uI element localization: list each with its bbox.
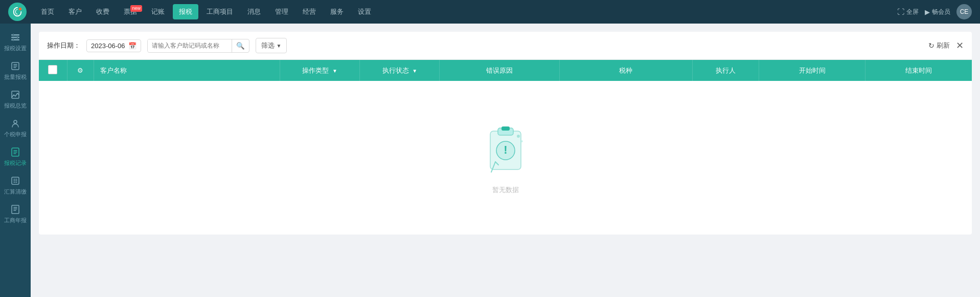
sidebar-item-personal-tax[interactable]: 个税申报 (0, 114, 31, 142)
sidebar-item-tax-settings[interactable]: 报税设置 (0, 28, 31, 56)
exec-status-label: 执行状态 (382, 67, 409, 74)
nav-invoice[interactable]: 票据 new (118, 4, 143, 19)
svg-point-6 (13, 39, 14, 40)
th-start-time: 开始时间 (759, 60, 865, 81)
record-icon (10, 146, 21, 158)
data-table: ⚙ 客户名称 操作类型 ▼ 执行状态 ▼ 错误原因 税种 执行 (39, 60, 972, 81)
close-button[interactable]: ✕ (956, 40, 964, 51)
search-box: 🔍 (147, 39, 249, 53)
fullscreen-button[interactable]: ⛶ 全屏 (897, 8, 919, 16)
th-checkbox (39, 60, 67, 81)
table-header-row: ⚙ 客户名称 操作类型 ▼ 执行状态 ▼ 错误原因 税种 执行 (39, 60, 972, 81)
refresh-icon: ↻ (928, 41, 935, 50)
calendar-icon: 📅 (128, 42, 136, 50)
th-exec-status[interactable]: 执行状态 ▼ (360, 60, 440, 81)
svg-rect-8 (12, 91, 19, 98)
fullscreen-icon: ⛶ (897, 8, 904, 16)
th-settings[interactable]: ⚙ (67, 60, 94, 81)
content-panel: 操作日期： 2023-06-06 📅 🔍 筛选 ▼ ↻ 刷新 ✕ (39, 32, 972, 235)
sidebar-label-settlement: 汇算清缴 (4, 188, 27, 196)
svg-rect-11 (12, 177, 19, 184)
user-avatar[interactable]: CE (956, 4, 972, 19)
sidebar-label-annual-report: 工商年报 (4, 217, 27, 224)
select-all-checkbox[interactable] (48, 65, 57, 74)
svg-point-0 (19, 8, 22, 11)
date-value: 2023-06-06 (91, 42, 125, 50)
nav-right-area: ⛶ 全屏 ▶ 畅会员 CE (897, 4, 972, 19)
chevron-down-icon: ▼ (277, 43, 282, 49)
toolbar: 操作日期： 2023-06-06 📅 🔍 筛选 ▼ ↻ 刷新 ✕ (39, 32, 972, 60)
nav-tax[interactable]: 报税 (173, 4, 198, 19)
svg-point-5 (17, 37, 18, 38)
empty-state: ! 暂无数据 (39, 81, 972, 235)
sidebar-label-batch-tax: 批量报税 (4, 73, 27, 81)
exec-status-filter-icon[interactable]: ▼ (412, 68, 417, 74)
filter-button[interactable]: 筛选 ▼ (256, 38, 287, 53)
report-icon (10, 204, 21, 215)
th-client-name: 客户名称 (94, 60, 280, 81)
nav-biz[interactable]: 工商项目 (200, 4, 239, 19)
toolbar-right: ↻ 刷新 ✕ (928, 40, 964, 51)
sidebar-item-batch-tax[interactable]: 批量报税 (0, 56, 31, 85)
filter-label: 筛选 (261, 41, 275, 50)
th-executor: 执行人 (692, 60, 759, 81)
nav-bookkeeping[interactable]: 记账 (145, 4, 171, 19)
svg-text:!: ! (504, 143, 507, 156)
th-end-time: 结束时间 (865, 60, 972, 81)
op-type-label: 操作类型 (302, 67, 329, 74)
settings-icon (10, 32, 21, 43)
column-settings-icon: ⚙ (77, 67, 83, 74)
nav-message[interactable]: 消息 (241, 4, 267, 19)
search-button[interactable]: 🔍 (232, 39, 249, 52)
date-label: 操作日期： (47, 41, 80, 50)
sidebar-label-tax-summary: 报税总览 (4, 102, 27, 110)
refresh-button[interactable]: ↻ 刷新 (928, 41, 950, 50)
sidebar-label-personal-tax: 个税申报 (4, 131, 27, 138)
video-icon: ▶ (925, 8, 930, 16)
nav-client[interactable]: 客户 (62, 4, 88, 19)
svg-point-4 (13, 34, 14, 36)
sidebar-label-tax-settings: 报税设置 (4, 45, 27, 52)
sidebar-label-tax-records: 报税记录 (4, 159, 27, 167)
nav-settings[interactable]: 设置 (352, 4, 377, 19)
main-content: 操作日期： 2023-06-06 📅 🔍 筛选 ▼ ↻ 刷新 ✕ (31, 24, 980, 297)
sidebar: 报税设置 批量报税 报税总览 个税申报 (0, 24, 31, 297)
svg-point-9 (14, 120, 17, 123)
svg-point-21 (521, 140, 523, 142)
nav-finance[interactable]: 经营 (297, 4, 322, 19)
vip-button[interactable]: ▶ 畅会员 (925, 8, 950, 16)
nav-billing[interactable]: 收费 (90, 4, 116, 19)
calc-icon (10, 175, 21, 186)
refresh-label: 刷新 (937, 41, 950, 50)
svg-rect-15 (502, 126, 510, 131)
th-op-type[interactable]: 操作类型 ▼ (280, 60, 360, 81)
th-tax-type: 税种 (559, 60, 692, 81)
th-error-reason: 错误原因 (440, 60, 559, 81)
svg-rect-12 (12, 205, 19, 214)
sidebar-item-tax-records[interactable]: 报税记录 (0, 142, 31, 171)
person-icon (10, 118, 21, 129)
nav-home[interactable]: 首页 (35, 4, 60, 19)
summary-icon (10, 89, 21, 100)
empty-text: 暂无数据 (492, 185, 519, 195)
table-scroll-area[interactable]: ⚙ 客户名称 操作类型 ▼ 执行状态 ▼ 错误原因 税种 执行 (39, 60, 972, 235)
search-icon: 🔍 (236, 42, 245, 50)
sidebar-item-annual-report[interactable]: 工商年报 (0, 200, 31, 228)
sidebar-item-tax-summary[interactable]: 报税总览 (0, 85, 31, 114)
empty-illustration: ! (480, 121, 531, 177)
nav-manage[interactable]: 管理 (269, 4, 294, 19)
search-input[interactable] (148, 39, 232, 52)
nav-service[interactable]: 服务 (324, 4, 350, 19)
top-navigation: 首页 客户 收费 票据 new 记账 报税 工商项目 消息 管理 经营 服务 设… (0, 0, 980, 24)
nav-menu: 首页 客户 收费 票据 new 记账 报税 工商项目 消息 管理 经营 服务 设… (35, 4, 897, 19)
svg-point-20 (517, 135, 520, 138)
new-badge: new (130, 5, 142, 12)
date-picker[interactable]: 2023-06-06 📅 (86, 39, 141, 52)
app-logo[interactable] (8, 3, 27, 21)
batch-icon (10, 60, 21, 72)
sidebar-item-settlement[interactable]: 汇算清缴 (0, 171, 31, 200)
op-type-filter-icon[interactable]: ▼ (332, 68, 337, 74)
